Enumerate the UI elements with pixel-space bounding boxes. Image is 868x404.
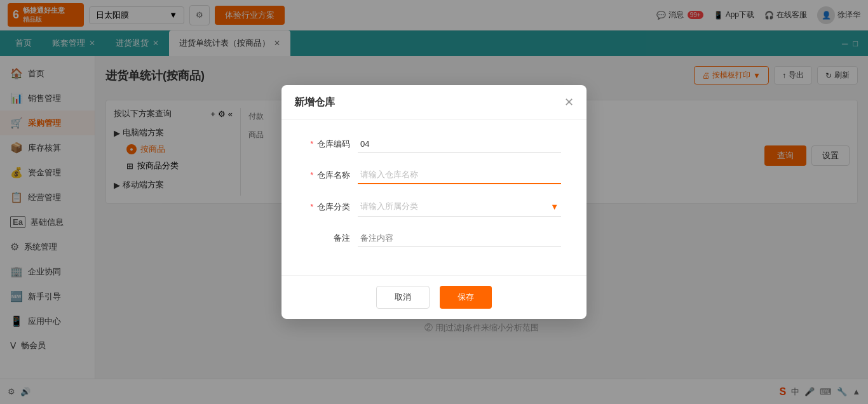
- modal-overlay: 新增仓库 ✕ * 仓库编码 * 仓库名称: [0, 0, 868, 404]
- required-star-code: *: [310, 139, 313, 149]
- modal-header: 新增仓库 ✕: [281, 85, 587, 120]
- warehouse-name-input[interactable]: [358, 166, 561, 184]
- modal-title: 新增仓库: [294, 96, 335, 109]
- warehouse-code-field: * 仓库编码: [307, 135, 561, 153]
- warehouse-remark-field: 备注: [307, 229, 561, 247]
- category-placeholder: 请输入所属分类: [360, 201, 418, 212]
- warehouse-category-select[interactable]: 请输入所属分类 ▼: [358, 197, 561, 217]
- modal-footer: 取消 保存: [281, 275, 587, 319]
- warehouse-remark-label: 备注: [307, 232, 358, 244]
- warehouse-category-field: * 仓库分类 请输入所属分类 ▼: [307, 197, 561, 217]
- modal-close-button[interactable]: ✕: [564, 95, 574, 109]
- warehouse-code-label: * 仓库编码: [307, 138, 358, 150]
- warehouse-name-field: * 仓库名称: [307, 166, 561, 184]
- warehouse-category-label: * 仓库分类: [307, 201, 358, 213]
- category-chevron-icon: ▼: [550, 202, 559, 212]
- warehouse-code-input[interactable]: [358, 135, 561, 153]
- modal-body: * 仓库编码 * 仓库名称 * 仓库分类 请输入: [281, 120, 587, 275]
- required-star-category: *: [310, 202, 313, 212]
- modal-new-warehouse: 新增仓库 ✕ * 仓库编码 * 仓库名称: [281, 85, 587, 319]
- cancel-button[interactable]: 取消: [376, 286, 430, 309]
- warehouse-remark-input[interactable]: [358, 229, 561, 247]
- warehouse-name-label: * 仓库名称: [307, 170, 358, 181]
- required-star-name: *: [310, 170, 313, 180]
- save-button[interactable]: 保存: [440, 286, 492, 309]
